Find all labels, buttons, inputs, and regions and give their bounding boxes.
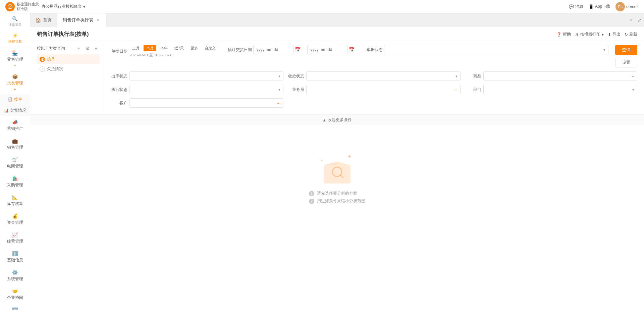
date-tab-more[interactable]: 更多 — [188, 45, 201, 51]
collapse-bar[interactable]: ▲ 收起更多条件 — [30, 115, 644, 125]
sidebar-item-wholesale[interactable]: 📦 批发管理 — [0, 70, 30, 94]
operations-icon: 📈 — [12, 232, 18, 238]
tab-sales-order[interactable]: 销售订单执行表 × — [57, 13, 106, 27]
refresh-btn[interactable]: ↻ 刷新 — [625, 32, 637, 37]
filter-right: 单据日期 上月 本月 本年 近7天 更多 自定义 20 — [104, 45, 637, 110]
logo-text: 畅捷通好生意 标准版 — [17, 2, 39, 11]
customer-ellipsis-icon[interactable]: ··· — [277, 100, 281, 106]
exec-status-select[interactable]: ▾ — [129, 85, 283, 94]
query-btn[interactable]: 查询 — [615, 45, 637, 55]
sales-icon: 💼 — [12, 138, 18, 144]
collect-status-field: 收款状态 ▾ — [287, 71, 460, 81]
filter-left-icons: ＋ ⚙ « — [75, 45, 100, 52]
svg-rect-0 — [324, 165, 351, 184]
sidebar-item-finance[interactable]: 💰 资金管理 — [0, 210, 30, 229]
goods-field: 商品 ··· — [465, 71, 637, 81]
calendar-to-icon[interactable]: 📅 — [349, 47, 355, 52]
tab-home[interactable]: 🏠 首页 — [30, 13, 57, 27]
dept-label: 部门 — [465, 87, 481, 93]
sidebar-item-ecommerce[interactable]: 🛒 电商管理 — [0, 154, 30, 172]
sidebar-item-enterprise[interactable]: 🤝 企业协同 — [0, 285, 30, 304]
scheme-item-order[interactable]: 📋 按单 — [37, 54, 100, 64]
date-tab-custom[interactable]: 自定义 — [202, 45, 218, 51]
empty-state: ✦ ✦ 1 请先选择要分析的方案 2 用过滤条件来缩小分析范围 — [30, 125, 644, 231]
app-selector[interactable]: 办公用品行业模拟账套 ▾ — [42, 4, 85, 9]
salesman-select[interactable]: ··· — [306, 85, 460, 94]
goods-select[interactable]: ··· — [483, 71, 637, 81]
add-scheme-icon[interactable]: ＋ — [75, 45, 82, 52]
sidebar-item-quicknav[interactable]: ⚡ 快捷导航 — [0, 30, 30, 47]
collect-status-arrow-icon: ▾ — [455, 74, 458, 79]
retail-expand-icon — [14, 63, 16, 67]
maximize-icon[interactable]: ⤢ — [637, 17, 641, 23]
message-btn[interactable]: 💬 消息 — [569, 4, 583, 9]
sidebar-item-basic[interactable]: ℹ️ 基础信息 — [0, 248, 30, 266]
user-area[interactable]: Ea demo2 — [615, 2, 639, 11]
print-btn[interactable]: 🖨 按模板打印 ▾ — [575, 32, 604, 37]
tab-close-icon[interactable]: × — [95, 17, 101, 23]
scheme-dot-debt: ○ — [40, 66, 45, 72]
empty-illustration: ✦ ✦ — [317, 152, 357, 185]
collapse-btn-label: 收起更多条件 — [328, 117, 352, 123]
step-num-1: 1 — [309, 191, 314, 196]
home-icon: 🏠 — [36, 18, 41, 23]
download-icon: 📱 — [589, 4, 594, 9]
help-btn[interactable]: ❓ 帮助 — [556, 32, 571, 37]
exec-status-arrow-icon: ▾ — [278, 88, 280, 92]
sidebar-item-system[interactable]: ⚙️ 系统管理 — [0, 266, 30, 285]
tab-bar-actions: × ⤢ — [628, 17, 644, 23]
bill-status-select[interactable]: ▾ — [384, 45, 608, 54]
date-tab-this-year[interactable]: 本年 — [158, 45, 170, 51]
debt-icon: 📊 — [4, 108, 9, 113]
goods-ellipsis-icon[interactable]: ··· — [630, 73, 634, 79]
main-layout: 🔍 搜索菜单 ⚡ 快捷导航 🏪 零售管理 📦 批发管理 📋 按单 📊 欠货情况 … — [0, 13, 644, 310]
wholesale-expand-icon — [14, 87, 16, 91]
settings-scheme-icon[interactable]: ⚙ — [84, 45, 91, 52]
collapse-scheme-icon[interactable]: « — [93, 45, 100, 52]
sidebar-item-guide[interactable]: 🆕 新手引导 — [0, 304, 30, 310]
calendar-from-icon[interactable]: 📅 — [295, 47, 301, 52]
sidebar-item-inventory[interactable]: 📐 库存核算 — [0, 191, 30, 210]
date-range-text: 2023-03-01 至 2023-03-31 — [129, 53, 218, 58]
order-icon: 📋 — [8, 97, 13, 102]
sidebar-sub-item-order[interactable]: 📋 按单 — [0, 94, 30, 105]
print-expand-icon: ▾ — [602, 32, 604, 37]
sidebar-item-purchase[interactable]: 🛍️ 采购管理 — [0, 172, 30, 191]
logo-icon — [5, 2, 15, 11]
scheme-item-debt[interactable]: ○ 欠货情况 — [37, 64, 100, 74]
expected-date-to[interactable] — [307, 45, 347, 54]
date-tab-prev-month[interactable]: 上月 — [129, 45, 142, 51]
collect-status-select[interactable]: ▾ — [306, 71, 460, 81]
sidebar-item-retail[interactable]: 🏪 零售管理 — [0, 47, 30, 70]
sidebar-item-operations[interactable]: 📈 经营管理 — [0, 229, 30, 248]
finance-icon: 💰 — [12, 213, 18, 219]
top-bar: 畅捷通好生意 标准版 办公用品行业模拟账套 ▾ 💬 消息 📱 App下载 Ea … — [0, 0, 644, 13]
bill-status-label: 单据状态 — [364, 47, 383, 53]
window-close-icon[interactable]: × — [628, 17, 635, 23]
export-btn[interactable]: ⬇ 导出 — [608, 32, 621, 37]
sidebar-item-sales[interactable]: 💼 销售管理 — [0, 135, 30, 154]
customer-label: 客户 — [111, 100, 127, 106]
marketing-icon: 📣 — [12, 119, 18, 125]
bill-status-arrow-icon: ▾ — [603, 48, 605, 52]
page-header-actions: ❓ 帮助 🖨 按模板打印 ▾ ⬇ 导出 ↻ 刷新 — [556, 32, 637, 37]
date-tab-this-month[interactable]: 本月 — [144, 45, 156, 51]
dept-arrow-icon: ▾ — [632, 88, 634, 92]
expected-date-from[interactable] — [253, 45, 293, 54]
download-btn[interactable]: 📱 App下载 — [589, 4, 610, 9]
goods-label: 商品 — [465, 73, 481, 79]
setting-btn[interactable]: 设置 — [615, 58, 637, 67]
sidebar: 🔍 搜索菜单 ⚡ 快捷导航 🏪 零售管理 📦 批发管理 📋 按单 📊 欠货情况 … — [0, 13, 30, 310]
salesman-ellipsis-icon[interactable]: ··· — [453, 87, 458, 92]
sidebar-sub-item-debt[interactable]: 📊 欠货情况 — [0, 105, 30, 116]
salesman-field: 业务员 ··· — [287, 85, 460, 94]
ship-status-select[interactable]: ▾ — [129, 71, 283, 81]
date-tab-last7[interactable]: 近7天 — [172, 45, 186, 51]
sidebar-search[interactable]: 🔍 搜索菜单 — [0, 13, 30, 30]
svg-text:✦: ✦ — [320, 159, 323, 162]
salesman-label: 业务员 — [287, 87, 304, 93]
tab-bar: 🏠 首页 销售订单执行表 × × ⤢ — [30, 13, 644, 27]
customer-select[interactable]: ··· — [129, 98, 283, 108]
dept-select[interactable]: ▾ — [483, 85, 637, 94]
sidebar-item-marketing[interactable]: 📣 营销推广 — [0, 116, 30, 135]
